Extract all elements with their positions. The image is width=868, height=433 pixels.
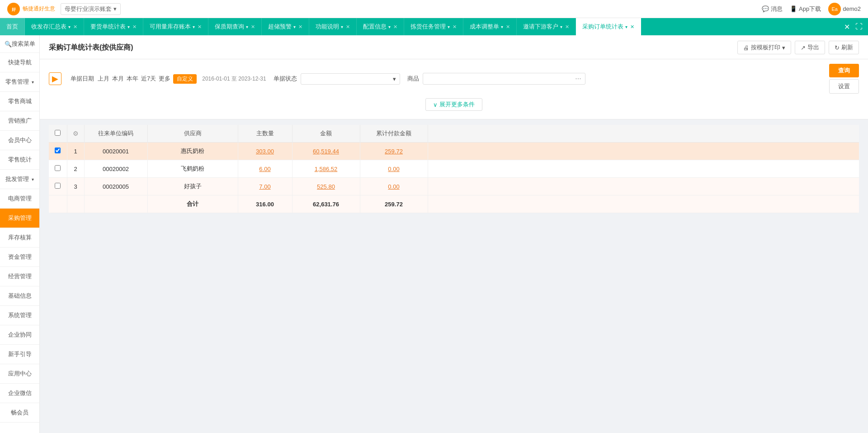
sidebar-item-vip[interactable]: 畅会员 [0, 403, 39, 423]
print-button[interactable]: 🖨 按模板打印 ▾ [737, 41, 791, 54]
date-shortcut-last-month[interactable]: 上月 [98, 75, 109, 83]
close-all-tabs-button[interactable]: ✕ [842, 21, 852, 33]
filter-row: ▶ 单据日期 上月 本月 本年 近7天 更多 自定义 2016-01-01 至 … [49, 64, 859, 94]
chevron-down-icon: ▾ [782, 44, 785, 51]
user-menu[interactable]: Ea demo2 [828, 3, 861, 15]
row-checkbox[interactable] [55, 148, 61, 153]
page-header: 采购订单统计表(按供应商) 🖨 按模板打印 ▾ ↗ 导出 ↻ 刷新 [40, 35, 868, 59]
tab-gongNeng[interactable]: 功能说明 ▾ ✕ [309, 18, 357, 35]
chevron-down-icon: ▾ [193, 24, 195, 29]
sidebar-item-retail[interactable]: 零售管理 ▾ [0, 72, 39, 92]
sidebar-item-wholesale[interactable]: 批发管理 ▾ [0, 170, 39, 189]
date-filter: 单据日期 上月 本月 本年 近7天 更多 自定义 2016-01-01 至 20… [71, 74, 266, 84]
app-download-button[interactable]: 📱 App下载 [790, 5, 821, 13]
sidebar-item-newGuide[interactable]: 新手引导 [0, 345, 39, 364]
sidebar-item-quicknav[interactable]: 快捷导航 [0, 53, 39, 72]
status-select[interactable]: ▾ [301, 73, 400, 85]
chevron-down-icon: ∨ [433, 101, 438, 108]
sidebar: 🔍 搜索菜单 快捷导航 零售管理 ▾ 零售商城 营销推广 会员中心 零售统计 批… [0, 35, 40, 433]
filter-expand-toggle[interactable]: ▶ [49, 72, 61, 85]
sidebar-item-search[interactable]: 🔍 搜索菜单 [0, 35, 39, 53]
sidebar-item-wechat[interactable]: 企业微信 [0, 384, 39, 403]
sidebar-item-members[interactable]: 会员中心 [0, 131, 39, 150]
date-shortcut-7days[interactable]: 近7天 [141, 75, 156, 83]
maximize-button[interactable]: ⛶ [854, 21, 864, 33]
sidebar-item-capital[interactable]: 资金管理 [0, 247, 39, 267]
workspace-selector[interactable]: 母婴行业演示账套 ▾ [61, 3, 121, 15]
close-icon[interactable]: ✕ [198, 24, 202, 30]
close-icon[interactable]: ✕ [73, 24, 77, 30]
tab-caiGou[interactable]: 采购订单统计表 ▾ ✕ [576, 18, 641, 35]
select-all-checkbox[interactable] [55, 130, 61, 136]
tab-keyong[interactable]: 可用量库存账本 ▾ ✕ [143, 18, 208, 35]
date-custom-tag[interactable]: 自定义 [173, 74, 197, 84]
top-bar-right: 💬 消息 📱 App下载 Ea demo2 [762, 3, 861, 15]
date-shortcut-this-year[interactable]: 本年 [127, 75, 138, 83]
close-icon[interactable]: ✕ [346, 24, 350, 30]
table-row: 2 00020002 飞鹤奶粉 6.00 1,586.52 0.00 [49, 160, 859, 178]
sidebar-item-system[interactable]: 系统管理 [0, 306, 39, 325]
tab-shoufA[interactable]: 收发存汇总表 ▾ ✕ [25, 18, 84, 35]
main-content: 采购订单统计表(按供应商) 🖨 按模板打印 ▾ ↗ 导出 ↻ 刷新 [40, 35, 868, 433]
dots-icon: ··· [575, 75, 581, 82]
row-code: 00020001 [84, 143, 147, 160]
logo-area: 好 畅捷通好生意 [7, 3, 55, 15]
close-icon[interactable]: ✕ [453, 24, 457, 30]
chevron-down-icon: ▾ [560, 24, 562, 29]
app-icon: 📱 [790, 5, 797, 12]
filter-expand-row: ∨ 展开更多条件 [49, 94, 859, 114]
chevron-down-icon: ▾ [32, 80, 34, 85]
close-icon[interactable]: ✕ [132, 24, 137, 30]
row-amount: 1,586.52 [292, 160, 360, 178]
sidebar-item-purchase[interactable]: 采购管理 [0, 209, 39, 228]
sidebar-item-inventory[interactable]: 库存核算 [0, 228, 39, 247]
date-shortcut-this-month[interactable]: 本月 [112, 75, 124, 83]
main-layout: 🔍 搜索菜单 快捷导航 零售管理 ▾ 零售商城 营销推广 会员中心 零售统计 批… [0, 35, 868, 433]
footer-amount: 62,631.76 [292, 195, 360, 213]
sidebar-item-appCenter[interactable]: 应用中心 [0, 364, 39, 384]
row-checkbox[interactable] [55, 183, 61, 189]
date-shortcut-more[interactable]: 更多 [159, 75, 170, 83]
gear-icon[interactable]: ⚙ [73, 130, 79, 137]
sidebar-item-basic[interactable]: 基础信息 [0, 286, 39, 306]
tab-tuoHuo[interactable]: 拣货任务管理 ▾ ✕ [404, 18, 463, 35]
table-header-rest [428, 125, 859, 143]
close-icon[interactable]: ✕ [506, 24, 510, 30]
page-title-row: 采购订单统计表(按供应商) 🖨 按模板打印 ▾ ↗ 导出 ↻ 刷新 [49, 41, 859, 54]
close-icon[interactable]: ✕ [393, 24, 397, 30]
message-button[interactable]: 💬 消息 [762, 5, 783, 13]
chevron-down-icon: ▾ [501, 24, 503, 29]
row-num: 2 [67, 160, 84, 178]
row-code: 00020005 [84, 178, 147, 195]
query-button[interactable]: 查询 [829, 64, 859, 77]
close-icon[interactable]: ✕ [251, 24, 255, 30]
tab-chaoChu[interactable]: 超储预警 ▾ ✕ [262, 18, 309, 35]
settings-button[interactable]: 设置 [829, 79, 859, 94]
export-button[interactable]: ↗ 导出 [795, 41, 825, 54]
sidebar-item-ecommerce[interactable]: 电商管理 [0, 189, 39, 209]
table-header-checkbox [49, 125, 67, 143]
tab-yaoQing[interactable]: 邀请下游客户 ▾ ✕ [517, 18, 576, 35]
sidebar-item-retailMall[interactable]: 零售商城 [0, 92, 39, 111]
expand-more-button[interactable]: ∨ 展开更多条件 [425, 98, 482, 111]
row-supplier: 飞鹤奶粉 [147, 160, 238, 178]
sidebar-item-marketing[interactable]: 营销推广 [0, 111, 39, 131]
tab-baozhiQ[interactable]: 保质期查询 ▾ ✕ [208, 18, 262, 35]
tab-yaoHuo[interactable]: 要货单统计表 ▾ ✕ [84, 18, 143, 35]
tab-chengBen[interactable]: 成本调整单 ▾ ✕ [463, 18, 517, 35]
date-shortcuts: 上月 本月 本年 近7天 更多 自定义 [98, 74, 197, 84]
close-icon[interactable]: ✕ [298, 24, 302, 30]
tab-peiZhi[interactable]: 配置信息 ▾ ✕ [357, 18, 404, 35]
search-icon: 🔍 [5, 41, 12, 48]
tab-home[interactable]: 首页 [0, 18, 25, 35]
refresh-button[interactable]: ↻ 刷新 [829, 41, 859, 54]
sidebar-item-operations[interactable]: 经营管理 [0, 267, 39, 286]
sidebar-item-enterprise[interactable]: 企业协同 [0, 325, 39, 345]
sidebar-item-retailStats[interactable]: 零售统计 [0, 150, 39, 170]
close-icon[interactable]: ✕ [630, 24, 634, 30]
top-bar: 好 畅捷通好生意 母婴行业演示账套 ▾ 💬 消息 📱 App下载 Ea demo… [0, 0, 868, 18]
close-icon[interactable]: ✕ [565, 24, 569, 30]
goods-input[interactable]: ··· [423, 73, 585, 85]
table-header-supplier: 供应商 [147, 125, 238, 143]
row-checkbox[interactable] [55, 165, 61, 171]
